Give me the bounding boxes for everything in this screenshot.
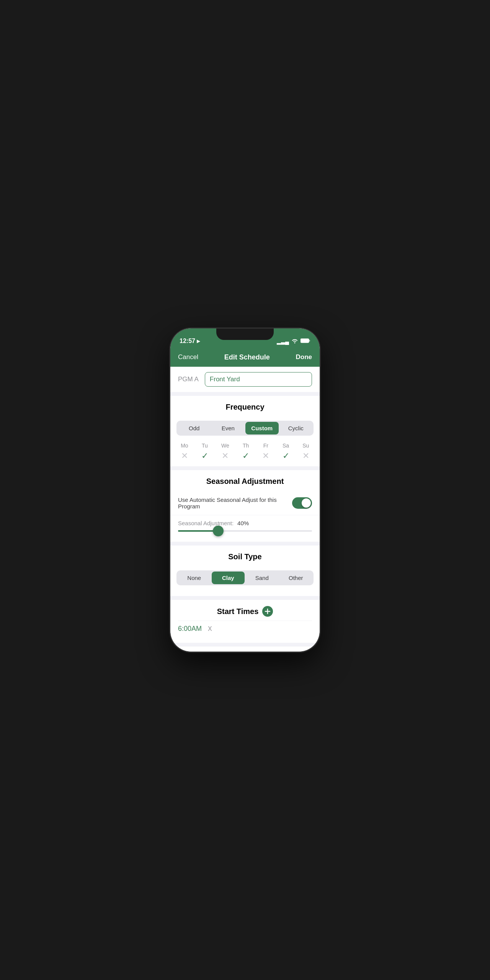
soil-sand-btn[interactable]: Sand [245, 572, 279, 584]
program-label: PGM A [178, 376, 199, 383]
day-sunday[interactable]: Su ✕ [302, 443, 309, 461]
status-icons: ▂▃▄ [277, 338, 310, 345]
day-monday[interactable]: Mo ✕ [181, 443, 188, 461]
day-saturday[interactable]: Sa ✓ [283, 443, 289, 461]
wifi-icon [291, 338, 298, 345]
seasonal-title: Seasonal Adjustment [170, 470, 320, 491]
location-icon: ▶ [197, 338, 200, 344]
seasonal-adj-label: Seasonal Adjustment: [178, 520, 234, 526]
day-friday[interactable]: Fr ✕ [262, 443, 269, 461]
slider-thumb[interactable] [213, 526, 224, 536]
seasonal-adj-row: Seasonal Adjustment: 40% [170, 515, 320, 529]
soil-section: Soil Type None Clay Sand Other [170, 546, 320, 596]
start-times-header-row: Start Times [170, 600, 320, 621]
signal-icon: ▂▃▄ [277, 338, 289, 345]
frequency-segmented-control: Odd Even Custom Cyclic [176, 421, 314, 436]
nav-bar: Cancel Edit Schedule Done [170, 348, 320, 367]
soil-other-btn[interactable]: Other [279, 572, 313, 584]
seasonal-adj-value: 40% [237, 520, 249, 526]
program-name-input[interactable] [205, 372, 312, 387]
page-title: Edit Schedule [224, 353, 270, 361]
cancel-button[interactable]: Cancel [178, 353, 198, 361]
auto-seasonal-label: Use Automatic Seasonal Adjust for this P… [178, 497, 292, 510]
frequency-even-btn[interactable]: Even [212, 422, 245, 434]
soil-segmented-control: None Clay Sand Other [176, 570, 314, 585]
auto-seasonal-toggle[interactable] [292, 497, 312, 509]
day-thursday[interactable]: Th ✓ [242, 443, 249, 461]
day-wednesday[interactable]: We ✕ [221, 443, 229, 461]
seasonal-slider-container [170, 529, 320, 536]
frequency-odd-btn[interactable]: Odd [178, 422, 211, 434]
slider-fill [178, 530, 218, 532]
toggle-knob [302, 498, 311, 508]
start-time-remove-button[interactable]: X [208, 626, 212, 632]
soil-title: Soil Type [170, 546, 320, 567]
soil-none-btn[interactable]: None [178, 572, 211, 584]
day-tuesday[interactable]: Tu ✓ [201, 443, 208, 461]
start-time-item: 6:00AM X [170, 621, 320, 637]
frequency-section: Frequency Odd Even Custom Cyclic Mo ✕ Tu [170, 396, 320, 466]
frequency-title: Frequency [170, 396, 320, 417]
start-times-title: Start Times [217, 607, 259, 616]
seasonal-section: Seasonal Adjustment Use Automatic Season… [170, 470, 320, 542]
add-start-time-button[interactable] [262, 606, 273, 617]
frequency-custom-btn[interactable]: Custom [245, 422, 279, 434]
zones-title: Zones [170, 647, 320, 652]
start-time-value[interactable]: 6:00AM [178, 625, 202, 633]
svg-rect-1 [309, 340, 310, 341]
zones-section: Zones Zone 1 Programmed 22 min Adjust [170, 647, 320, 652]
battery-icon [301, 338, 310, 345]
frequency-cyclic-btn[interactable]: Cyclic [279, 422, 313, 434]
status-time: 12:57 [180, 338, 195, 345]
program-name-row: PGM A [170, 367, 320, 392]
content-scroll: PGM A Frequency Odd Even Custom Cyclic M… [170, 367, 320, 652]
auto-seasonal-row: Use Automatic Seasonal Adjust for this P… [170, 491, 320, 515]
soil-clay-btn[interactable]: Clay [212, 572, 245, 584]
start-times-section: Start Times 6:00AM X [170, 600, 320, 643]
days-row: Mo ✕ Tu ✓ We ✕ Th ✓ [170, 439, 320, 462]
done-button[interactable]: Done [296, 353, 312, 361]
svg-rect-0 [301, 339, 309, 343]
slider-track [178, 530, 312, 532]
